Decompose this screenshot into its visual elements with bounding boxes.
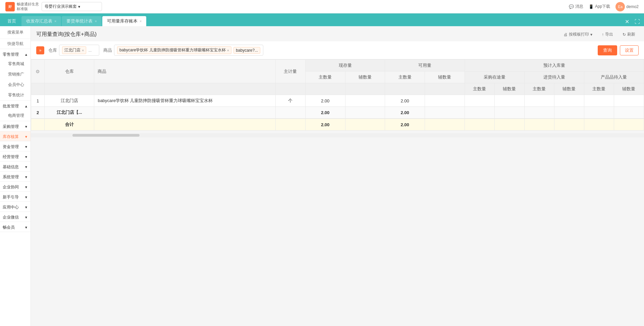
warehouse-ellipsis[interactable]: ... [88, 48, 92, 53]
app-download-button[interactable]: 📱 App下载 [589, 4, 610, 9]
refresh-icon: ↻ [623, 32, 626, 37]
subtotal-product [94, 107, 275, 119]
total-current-main: 2.00 [305, 119, 345, 131]
inventory-table: ⚙ 仓库 商品 主计量 现存量 [31, 59, 644, 131]
close-window-icon[interactable]: ✕ [624, 17, 631, 26]
sidebar-group-title-business[interactable]: 经营管理 ▼ [0, 151, 31, 161]
sidebar-group-title-retail[interactable]: 零售管理 ▲ [0, 49, 31, 59]
tenant-selector[interactable]: 母婴行业演示账套 ▾ [42, 2, 102, 11]
settings-icon[interactable]: ⚙ [36, 69, 40, 74]
page-actions: 🖨 按模板打印 ▾ ↑ 导出 ↻ 刷新 [560, 30, 639, 39]
tab-home[interactable]: 首页 [3, 16, 21, 26]
logo-text: 畅捷通好生意 标准版 [17, 2, 39, 11]
tab-close-receivable[interactable]: × [54, 19, 56, 23]
sidebar-group-title-wholesale[interactable]: 批发管理 ▲ [0, 101, 31, 110]
tab-inventory[interactable]: 可用量库存账本 × [102, 16, 146, 26]
warehouse-input[interactable]: 江北门店 × ... [59, 45, 99, 56]
sidebar-group-title-purchase[interactable]: 采购管理 ▼ [0, 121, 31, 131]
row-product-aux [614, 95, 644, 107]
maximize-icon[interactable]: ⛶ [633, 17, 641, 26]
scroll-thumb[interactable] [72, 134, 140, 137]
sidebar-item-retail-shop[interactable]: 零售商城 [0, 59, 31, 69]
sidebar-quick-nav[interactable]: 快捷导航 [0, 39, 31, 49]
th-current-main: 主数量 [305, 72, 345, 83]
sidebar-item-members[interactable]: 会员中心 [0, 80, 31, 90]
product-tag-1-remove[interactable]: × [227, 48, 229, 52]
product-label: 商品 [103, 47, 112, 53]
th-incoming-aux: 辅数量 [554, 83, 584, 95]
row-incoming-main [524, 95, 554, 107]
chevron-print-icon: ▾ [590, 32, 592, 37]
tab-close-inventory[interactable]: × [140, 19, 142, 23]
row-purchase-main [465, 95, 494, 107]
arrow-member-icon: ▼ [24, 226, 28, 229]
row-unit: 个 [275, 95, 305, 107]
sidebar-item-marketing[interactable]: 营销推广 [0, 69, 31, 80]
sidebar: 搜索菜单 快捷导航 零售管理 ▲ 零售商城 营销推广 会员中心 零售统计 批发管… [0, 26, 31, 326]
query-button[interactable]: 查询 [598, 45, 617, 55]
sidebar-group-wechat: 企业微信 ▼ [0, 212, 31, 222]
horizontal-scrollbar[interactable] [31, 133, 644, 137]
subtotal-avail-main: 2.00 [385, 107, 425, 119]
sidebar-group-title-inventory[interactable]: 库存核算 ▼ [0, 131, 31, 141]
avatar: Ea [615, 2, 625, 11]
total-row: 合计 2.00 2.00 [31, 119, 644, 131]
sidebar-search[interactable]: 搜索菜单 [0, 26, 31, 39]
sidebar-group-title-wechat[interactable]: 企业微信 ▼ [0, 212, 31, 222]
row-product-main [584, 95, 614, 107]
refresh-button[interactable]: ↻ 刷新 [619, 30, 639, 39]
row-current-aux [345, 95, 385, 107]
sidebar-group-title-system[interactable]: 系统管理 ▼ [0, 172, 31, 181]
sidebar-group-title-apps[interactable]: 应用中心 ▼ [0, 202, 31, 212]
row-purchase-aux [494, 95, 524, 107]
th-available: 可用量 [385, 60, 465, 72]
sidebar-group-title-base[interactable]: 基础信息 ▼ [0, 161, 31, 171]
th-incoming: 进货待入量 [524, 72, 584, 83]
sidebar-group-title-guide[interactable]: 新手引导 ▼ [0, 192, 31, 201]
product-input[interactable]: babycare学饮杯 儿童防摔防撞吸管杯重力球吸嘴杯宝宝水杯 × babyca… [114, 45, 263, 56]
print-button[interactable]: 🖨 按模板打印 ▾ [560, 30, 596, 39]
row-current-main: 2.00 [305, 95, 345, 107]
main-layout: 搜索菜单 快捷导航 零售管理 ▲ 零售商城 营销推广 会员中心 零售统计 批发管… [0, 26, 644, 326]
filter-expand-button[interactable]: » [36, 46, 44, 54]
warehouse-tag-remove[interactable]: × [82, 48, 84, 52]
top-bar-left: 好 畅捷通好生意 标准版 母婴行业演示账套 ▾ [5, 2, 102, 11]
filter-bar: » 仓库 江北门店 × ... 商品 babycare学饮杯 儿童防摔防撞吸管杯… [31, 41, 644, 59]
tab-close-orderstat[interactable]: × [95, 19, 97, 23]
row-avail-aux [425, 95, 465, 107]
arrow-finance-icon: ▼ [24, 145, 28, 149]
th-product-main: 主数量 [584, 83, 614, 95]
filter-actions: 查询 设置 [598, 45, 639, 55]
sidebar-item-retail-stats[interactable]: 零售统计 [0, 90, 31, 100]
tab-orderstat[interactable]: 要货单统计表 × [62, 16, 101, 26]
message-button[interactable]: 💬 消息 [569, 4, 583, 9]
total-avail-main: 2.00 [385, 119, 425, 131]
sidebar-group-collab: 企业协同 ▼ [0, 182, 31, 192]
arrow-apps-icon: ▼ [24, 205, 28, 209]
sidebar-group-system: 系统管理 ▼ [0, 172, 31, 182]
arrow-base-icon: ▼ [24, 165, 28, 169]
sidebar-group-title-finance[interactable]: 资金管理 ▼ [0, 141, 31, 151]
message-icon: 💬 [569, 4, 574, 9]
tab-receivable[interactable]: 收发存汇总表 × [21, 16, 61, 26]
settings-button[interactable]: 设置 [620, 45, 639, 55]
page-header: 可用量查询(按仓库+商品) 🖨 按模板打印 ▾ ↑ 导出 ↻ 刷新 [31, 26, 644, 41]
sidebar-item-ecommerce[interactable]: 电商管理 [0, 110, 31, 121]
app-icon: 📱 [589, 4, 594, 9]
arrow-wechat-icon: ▼ [24, 216, 28, 219]
th-product-aux: 辅数量 [614, 83, 644, 95]
warehouse-tag: 江北门店 × [62, 46, 86, 54]
th-avail-main: 主数量 [385, 72, 425, 83]
logo-area: 好 畅捷通好生意 标准版 [5, 2, 39, 11]
row-incoming-aux [554, 95, 584, 107]
sidebar-group-title-collab[interactable]: 企业协同 ▼ [0, 182, 31, 191]
th-product-pending: 产品品待入量 [584, 72, 644, 83]
sidebar-group-base: 基础信息 ▼ [0, 161, 31, 172]
th-purchase-main: 主数量 [465, 83, 494, 95]
sidebar-group-business: 经营管理 ▼ [0, 151, 31, 161]
sidebar-group-title-member[interactable]: 畅会员 ▼ [0, 222, 31, 232]
th-current-stock: 现存量 [305, 60, 385, 72]
th-settings[interactable]: ⚙ [31, 60, 45, 83]
user-area[interactable]: Ea demo2 [615, 2, 639, 11]
export-button[interactable]: ↑ 导出 [598, 30, 616, 39]
